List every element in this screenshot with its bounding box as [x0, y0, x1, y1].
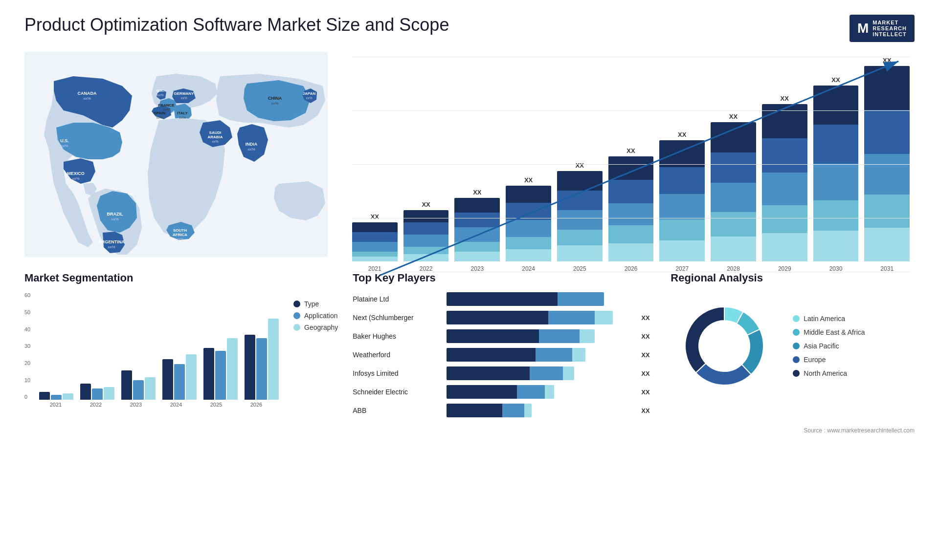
bar-group: XX2021 — [352, 213, 398, 272]
regional-legend-label: North America — [804, 369, 847, 377]
regional-legend-label: Europe — [804, 356, 826, 364]
bar-year-label: 2025 — [573, 265, 586, 272]
bar-segment — [608, 180, 654, 203]
y-axis-labels: 60 50 40 30 20 10 0 — [24, 292, 30, 400]
regional-legend: Latin AmericaMiddle East & AfricaAsia Pa… — [793, 315, 865, 377]
bar-segment — [762, 172, 807, 205]
player-row: Baker HughesXX — [353, 329, 656, 343]
player-name: Schneider Electric — [353, 388, 441, 396]
svg-text:ITALY: ITALY — [177, 111, 188, 115]
bar-segment — [454, 242, 500, 252]
regional-legend-dot — [793, 343, 800, 349]
logo-letter: M — [857, 21, 869, 36]
svg-text:xx%: xx% — [108, 245, 115, 249]
bar-year-label: 2027 — [675, 265, 689, 272]
bar-group: XX2027 — [659, 131, 705, 272]
players-list: Plataine LtdNext (SchlumbergerXXBaker Hu… — [353, 292, 656, 417]
bar-segment — [711, 237, 756, 261]
bar-chart-section: XX2021XX2022XX2023XX2024XX2025XX2026XX20… — [342, 52, 915, 257]
logo-text: MARKET RESEARCH INTELLECT — [872, 20, 907, 37]
svg-text:xx%: xx% — [177, 237, 183, 241]
svg-text:JAPAN: JAPAN — [303, 91, 316, 96]
bar-stack — [659, 140, 705, 261]
bar-segment — [864, 194, 910, 228]
seg-bar-application — [256, 338, 267, 400]
bar-group: XX2029 — [762, 95, 807, 272]
seg-bar-application — [92, 388, 103, 400]
bar-chart-area: XX2021XX2022XX2023XX2024XX2025XX2026XX20… — [352, 57, 910, 287]
y-label: 40 — [24, 326, 30, 332]
regional-legend-item: Latin America — [793, 315, 865, 323]
svg-text:xx%: xx% — [212, 140, 218, 143]
legend-label-geography: Geography — [304, 323, 338, 331]
seg-bar-group — [80, 384, 114, 400]
regional-legend-dot — [793, 356, 800, 363]
bar-segment — [403, 247, 449, 254]
bar-stack — [454, 198, 500, 261]
bar-segment — [352, 222, 398, 232]
bar-group: XX2024 — [506, 176, 551, 272]
bar-stack — [403, 210, 449, 261]
seg-bar-geography — [104, 387, 114, 400]
bar-group: XX2028 — [711, 113, 756, 272]
bar-label-top: XX — [524, 176, 533, 184]
player-bar-seg2 — [517, 385, 545, 399]
bar-stack — [864, 66, 910, 261]
bar-year-label: 2024 — [522, 265, 535, 272]
bar-segment — [608, 243, 654, 261]
svg-text:ARABIA: ARABIA — [207, 135, 223, 139]
bar-group: XX2023 — [454, 189, 500, 272]
bar-segment — [864, 66, 910, 110]
bar-segment — [506, 186, 551, 203]
seg-bar-group — [245, 319, 279, 400]
svg-text:xx%: xx% — [247, 147, 255, 151]
player-bar-seg2 — [530, 366, 563, 380]
player-bar-seg3 — [545, 385, 554, 399]
bar-segment — [864, 110, 910, 154]
bar-segment — [608, 156, 654, 180]
seg-bar-group — [121, 370, 156, 400]
bar-segment — [659, 240, 705, 261]
seg-bar-geography — [268, 319, 279, 400]
legend-item-type: Type — [293, 300, 338, 308]
player-xx: XX — [641, 333, 656, 340]
player-xx: XX — [641, 351, 656, 359]
bar-segment — [557, 191, 603, 210]
svg-text:SPAIN: SPAIN — [154, 111, 165, 115]
player-bar-fill — [447, 292, 604, 306]
bar-label-top: XX — [626, 147, 635, 154]
logo-box: M MARKET RESEARCH INTELLECT — [850, 15, 915, 42]
regional-section: Regional Analysis Latin AmericaMiddle Ea… — [671, 272, 915, 417]
player-name: Plataine Ltd — [353, 295, 441, 303]
bar-label-top: XX — [422, 201, 430, 208]
seg-bar-type — [245, 335, 255, 400]
player-bar-track — [447, 311, 631, 324]
y-label: 60 — [24, 292, 30, 298]
legend-dot-geography — [293, 324, 300, 331]
player-name: ABB — [353, 407, 441, 414]
bar-segment — [711, 183, 756, 212]
player-bar-seg2 — [502, 404, 524, 417]
seg-bar-application — [133, 380, 144, 400]
bar-stack — [557, 171, 603, 261]
bar-group: XX2022 — [403, 201, 449, 272]
map-section: CANADA xx% U.S. xx% MEXICO xx% BRAZIL xx… — [24, 52, 328, 257]
svg-text:xx%: xx% — [180, 96, 187, 100]
grid-line — [352, 57, 910, 57]
y-label: 10 — [24, 377, 30, 383]
player-bar-track — [447, 366, 631, 380]
seg-legend: Type Application Geography — [293, 300, 338, 331]
player-name: Next (Schlumberger — [353, 314, 441, 322]
legend-label-type: Type — [304, 300, 319, 308]
bar-segment — [659, 167, 705, 194]
player-bar-track — [447, 348, 631, 362]
source-line: Source : www.marketresearchintellect.com — [24, 427, 915, 434]
svg-text:xx%: xx% — [157, 93, 163, 97]
bar-segment — [454, 213, 500, 227]
svg-text:SOUTH: SOUTH — [173, 228, 187, 233]
player-name: Infosys Limited — [353, 369, 441, 377]
bar-segment — [506, 220, 551, 237]
player-bar-fill — [447, 366, 574, 380]
svg-text:CANADA: CANADA — [78, 91, 97, 96]
player-bar-seg3 — [572, 348, 585, 362]
